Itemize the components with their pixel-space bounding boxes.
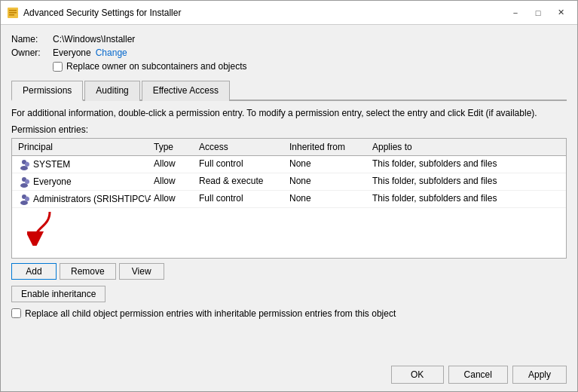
table-header: Principal Type Access Inherited from App…: [12, 139, 566, 156]
window-title: Advanced Security Settings for Installer: [23, 8, 505, 18]
replace-all-label: Replace all child object permission entr…: [25, 308, 396, 319]
name-row: Name: C:\Windows\Installer: [11, 34, 567, 44]
view-button[interactable]: View: [119, 263, 164, 280]
replace-owner-checkbox[interactable]: [53, 62, 63, 72]
permissions-table: Principal Type Access Inherited from App…: [11, 138, 567, 259]
add-button[interactable]: Add: [11, 263, 57, 280]
description-text: For additional information, double-click…: [11, 107, 567, 120]
svg-point-7: [26, 161, 29, 164]
cell-inherited-1: None: [286, 175, 369, 188]
window-controls: − □ ✕: [505, 5, 571, 20]
svg-rect-3: [9, 14, 14, 16]
header-access: Access: [196, 141, 286, 153]
minimize-button[interactable]: −: [505, 5, 526, 20]
owner-row: Owner: Everyone Change: [11, 47, 567, 58]
footer-buttons: OK Cancel Apply: [11, 363, 567, 384]
cell-applies-0: This folder, subfolders and files: [369, 158, 563, 171]
cell-access-0: Full control: [196, 158, 286, 171]
cell-type-0: Allow: [151, 158, 196, 171]
cell-applies-1: This folder, subfolders and files: [369, 175, 563, 188]
tab-auditing[interactable]: Auditing: [84, 81, 139, 101]
cancel-button[interactable]: Cancel: [448, 366, 508, 384]
cell-access-2: Full control: [196, 192, 286, 206]
arrow-icon: [27, 204, 72, 246]
header-type: Type: [151, 141, 196, 153]
ok-button[interactable]: OK: [391, 366, 444, 384]
title-bar: Advanced Security Settings for Installer…: [1, 1, 577, 25]
svg-rect-2: [9, 12, 17, 14]
svg-point-15: [26, 196, 29, 198]
window: Advanced Security Settings for Installer…: [0, 0, 578, 392]
close-button[interactable]: ✕: [550, 5, 571, 20]
cell-inherited-0: None: [286, 158, 369, 171]
cell-principal-1: Everyone: [15, 175, 151, 188]
header-inherited: Inherited from: [286, 141, 369, 153]
replace-owner-label: Replace owner on subcontainers and objec…: [66, 61, 246, 72]
window-icon: [7, 7, 19, 19]
enable-inheritance-button[interactable]: Enable inheritance: [11, 286, 106, 302]
tab-effective-access[interactable]: Effective Access: [142, 81, 230, 101]
cell-inherited-2: None: [286, 192, 369, 206]
apply-button[interactable]: Apply: [512, 366, 567, 384]
svg-point-11: [26, 179, 29, 181]
remove-button[interactable]: Remove: [60, 263, 116, 280]
header-principal: Principal: [15, 141, 151, 153]
cell-principal-0: SYSTEM: [15, 158, 151, 171]
replace-all-checkbox[interactable]: [11, 308, 21, 318]
tab-permissions[interactable]: Permissions: [11, 81, 83, 101]
arrow-container: [12, 208, 566, 238]
tabs-container: Permissions Auditing Effective Access: [11, 79, 567, 101]
name-value: C:\Windows\Installer: [53, 34, 135, 44]
user-icon: [18, 176, 30, 188]
owner-value: Everyone: [53, 47, 91, 58]
cell-applies-2: This folder, subfolders and files: [369, 192, 563, 206]
user-icon: [18, 193, 30, 205]
user-icon: [18, 158, 30, 170]
table-row[interactable]: Everyone Allow Read & execute None This …: [12, 173, 566, 191]
cell-type-2: Allow: [151, 192, 196, 206]
header-applies: Applies to: [369, 141, 563, 153]
content: Name: C:\Windows\Installer Owner: Everyo…: [1, 25, 577, 391]
action-buttons: Add Remove View: [11, 263, 567, 280]
owner-label: Owner:: [11, 47, 53, 58]
table-body: SYSTEM Allow Full control None This fold…: [12, 156, 566, 256]
table-row[interactable]: SYSTEM Allow Full control None This fold…: [12, 156, 566, 173]
cell-access-1: Read & execute: [196, 175, 286, 188]
maximize-button[interactable]: □: [528, 5, 549, 20]
svg-rect-1: [9, 10, 17, 11]
name-label: Name:: [11, 34, 53, 44]
table-row[interactable]: Administrators (SRISHTIPC\Ad... Allow Fu…: [12, 191, 566, 208]
section-label: Permission entries:: [11, 124, 567, 135]
replace-owner-row: Replace owner on subcontainers and objec…: [53, 61, 567, 72]
cell-type-1: Allow: [151, 175, 196, 188]
replace-all-row: Replace all child object permission entr…: [11, 308, 567, 319]
change-owner-link[interactable]: Change: [96, 47, 127, 58]
